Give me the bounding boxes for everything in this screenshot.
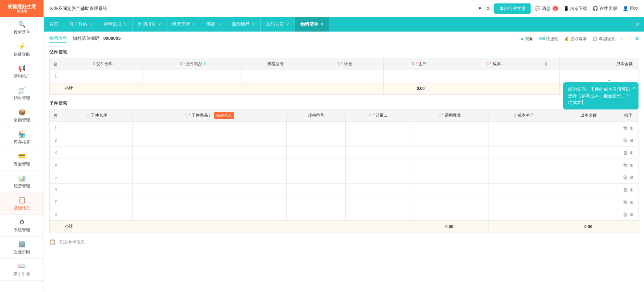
sub-tab-bom-code[interactable]: 物料清单编码 0000005 bbox=[73, 35, 121, 42]
trial-button[interactable]: 体验行业方案 bbox=[494, 3, 531, 14]
nav-tab-new_goods[interactable]: 新增商品✕ bbox=[226, 17, 261, 32]
sidebar-item-operations_mgmt[interactable]: 📊经营管理 bbox=[0, 171, 44, 193]
child-cost-amount-2[interactable] bbox=[559, 134, 618, 147]
child-needed-1[interactable] bbox=[410, 122, 488, 134]
parent-extra-1[interactable] bbox=[532, 70, 560, 82]
child-cost-amount-8[interactable] bbox=[559, 208, 618, 221]
child-quantity-unit-7[interactable] bbox=[346, 196, 410, 208]
parent-product-1[interactable] bbox=[143, 70, 242, 82]
topbar-settings-icon[interactable]: ⚙ bbox=[486, 6, 490, 11]
close-tab-goods[interactable]: ✕ bbox=[218, 22, 221, 27]
video-action[interactable]: ▶ 视频 bbox=[521, 36, 533, 42]
child-unit-cost-2[interactable] bbox=[488, 134, 559, 147]
cost-action[interactable]: 💰 提取成本 bbox=[564, 36, 587, 42]
close-all-tabs-icon[interactable]: ✕ bbox=[632, 22, 644, 27]
child-unit-cost-3[interactable] bbox=[488, 147, 559, 159]
user-menu[interactable]: 👤 用友 bbox=[623, 5, 639, 12]
sidebar-item-sales[interactable]: 🛒销售管理 bbox=[0, 83, 44, 105]
delete-icon-8[interactable]: 🗑 bbox=[623, 212, 628, 217]
child-quantity-unit-6[interactable] bbox=[346, 184, 410, 196]
sidebar-item-marketing[interactable]: 📢营销推广 bbox=[0, 61, 44, 83]
parent-production-1[interactable] bbox=[384, 70, 458, 82]
child-cost-amount-4[interactable] bbox=[559, 159, 618, 171]
nav-tab-history[interactable]: 经营历程✕ bbox=[167, 17, 201, 32]
nav-tab-profit[interactable]: 利润报告✕ bbox=[133, 17, 167, 32]
sidebar-item-search[interactable]: 🔍搜索菜单 bbox=[0, 17, 44, 39]
settings-gear-icon[interactable]: ⚙ bbox=[53, 61, 58, 67]
child-warehouse-8[interactable] bbox=[62, 208, 133, 221]
child-spec-4[interactable] bbox=[287, 159, 346, 171]
sidebar-item-guide[interactable]: 📖新手引导 bbox=[0, 259, 44, 281]
copy-icon-6[interactable]: ⊕ bbox=[630, 187, 634, 192]
close-tab-history[interactable]: ✕ bbox=[192, 22, 195, 27]
child-spec-7[interactable] bbox=[287, 196, 346, 208]
child-product-8[interactable] bbox=[132, 208, 287, 221]
delete-icon-2[interactable]: 🗑 bbox=[623, 138, 628, 143]
sidebar-item-quick_nav[interactable]: ⚡快捷导航 bbox=[0, 39, 44, 61]
child-product-6[interactable] bbox=[132, 184, 287, 196]
online-service-button[interactable]: 🎧 在线客服 bbox=[593, 5, 617, 12]
nav-arrow-left[interactable]: ‹ bbox=[621, 36, 622, 42]
child-warehouse-6[interactable] bbox=[62, 184, 133, 196]
child-warehouse-1[interactable] bbox=[62, 122, 133, 134]
nav-tab-customer[interactable]: 客户联络✕ bbox=[64, 17, 98, 32]
child-quantity-unit-3[interactable] bbox=[346, 147, 410, 159]
child-needed-8[interactable] bbox=[410, 208, 488, 221]
app-download-button[interactable]: 📱 App下载 bbox=[564, 5, 587, 12]
close-tab-operations[interactable]: ✕ bbox=[124, 22, 127, 27]
child-warehouse-5[interactable] bbox=[62, 171, 133, 184]
sidebar-item-basic_info[interactable]: 📋基础信息 bbox=[0, 193, 44, 215]
parent-cost-1[interactable] bbox=[458, 70, 532, 82]
child-cost-amount-6[interactable] bbox=[559, 184, 618, 196]
parent-quantity-1[interactable] bbox=[309, 70, 384, 82]
child-warehouse-2[interactable] bbox=[62, 134, 133, 147]
child-needed-4[interactable] bbox=[410, 159, 488, 171]
copy-icon-2[interactable]: ⊕ bbox=[630, 138, 634, 143]
child-product-5[interactable] bbox=[132, 171, 287, 184]
child-spec-5[interactable] bbox=[287, 171, 346, 184]
child-spec-6[interactable] bbox=[287, 184, 346, 196]
parent-col-settings[interactable]: ⚙ bbox=[50, 58, 62, 70]
copy-icon-5[interactable]: ⊕ bbox=[630, 175, 634, 180]
copy-icon-7[interactable]: ⊕ bbox=[630, 199, 634, 205]
delete-icon-1[interactable]: 🗑 bbox=[623, 125, 628, 131]
child-unit-cost-1[interactable] bbox=[488, 122, 559, 134]
child-product-1[interactable] bbox=[132, 122, 287, 134]
child-col-settings[interactable]: ⚙ bbox=[50, 109, 62, 122]
nav-tab-home[interactable]: 首页 bbox=[44, 17, 64, 32]
child-warehouse-3[interactable] bbox=[62, 147, 133, 159]
sidebar-item-purchase[interactable]: 📦采购管理 bbox=[0, 105, 44, 127]
close-tab-new_goods[interactable]: ✕ bbox=[252, 22, 255, 27]
child-needed-7[interactable] bbox=[410, 196, 488, 208]
child-product-2[interactable] bbox=[132, 134, 287, 147]
child-quantity-unit-8[interactable] bbox=[346, 208, 410, 221]
child-needed-6[interactable] bbox=[410, 184, 488, 196]
child-quantity-unit-5[interactable] bbox=[346, 171, 410, 184]
child-warehouse-7[interactable] bbox=[62, 196, 133, 208]
sidebar-item-finance[interactable]: 💳资金管理 bbox=[0, 149, 44, 171]
system-dropdown[interactable]: ▼ bbox=[478, 6, 482, 11]
parent-spec-1[interactable] bbox=[242, 70, 309, 82]
nav-tab-operations[interactable]: 经营情况✕ bbox=[98, 17, 133, 32]
child-cost-amount-5[interactable] bbox=[559, 171, 618, 184]
child-warehouse-4[interactable] bbox=[62, 159, 133, 171]
delete-icon-6[interactable]: 🗑 bbox=[623, 187, 628, 192]
bottom-bar-icon[interactable]: 📋 bbox=[49, 239, 56, 245]
delete-icon-7[interactable]: 🗑 bbox=[623, 199, 628, 205]
nav-arrow-right[interactable]: › bbox=[628, 36, 630, 42]
child-product-7[interactable] bbox=[132, 196, 287, 208]
child-product-3[interactable] bbox=[132, 147, 287, 159]
child-unit-cost-5[interactable] bbox=[488, 171, 559, 184]
sidebar-item-system[interactable]: ⚙系统管理 bbox=[0, 215, 44, 237]
grid-view-icon[interactable]: ≡ bbox=[635, 36, 639, 42]
child-spec-1[interactable] bbox=[287, 122, 346, 134]
sub-tab-bom-list[interactable]: 物料清单 bbox=[49, 35, 67, 43]
close-tab-customer[interactable]: ✕ bbox=[89, 22, 92, 27]
child-quantity-unit-1[interactable] bbox=[346, 122, 410, 134]
child-spec-2[interactable] bbox=[287, 134, 346, 147]
child-unit-cost-6[interactable] bbox=[488, 184, 559, 196]
child-cost-amount-1[interactable] bbox=[559, 122, 618, 134]
child-needed-2[interactable] bbox=[410, 134, 488, 147]
copy-icon-8[interactable]: ⊕ bbox=[630, 212, 634, 217]
child-quantity-unit-2[interactable] bbox=[346, 134, 410, 147]
